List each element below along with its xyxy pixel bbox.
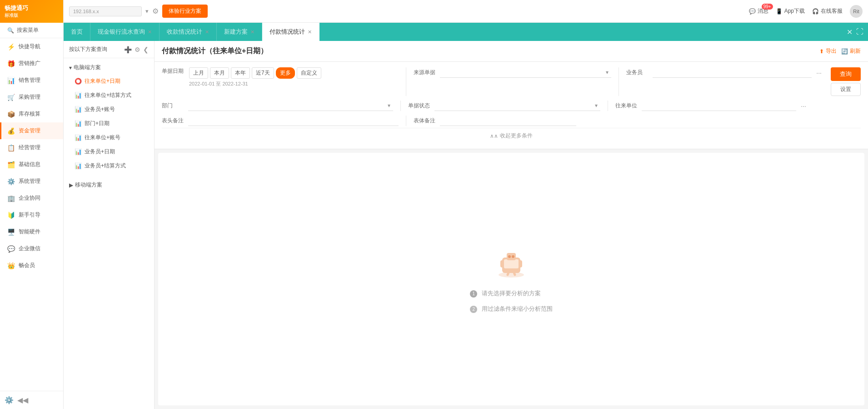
online-service-button[interactable]: 🎧 在线客服	[812, 7, 843, 15]
counterpart-label: 往来单位	[615, 102, 639, 110]
collapse-label: 收起更多条件	[500, 132, 533, 140]
body-note-input[interactable]	[440, 116, 576, 126]
last-7-days-btn[interactable]: 近7天	[252, 67, 274, 79]
sidebar-item-marketing[interactable]: 🎁 营销推广	[0, 55, 63, 72]
svg-rect-3	[500, 260, 504, 268]
plan-item-dept-date[interactable]: 📊 部门+日期	[64, 116, 154, 131]
search-menu[interactable]: 🔍 搜索菜单	[0, 23, 63, 38]
sales-icon: 📊	[7, 77, 15, 84]
message-button[interactable]: 💬 消息 99+	[749, 7, 768, 15]
header-note-input[interactable]	[188, 116, 399, 126]
header-note-label: 表头备注	[162, 117, 185, 125]
topbar-left: 192.168.x.x ▾ ⚙ 体验行业方案	[69, 5, 745, 18]
salesman-ellipsis-icon[interactable]: ···	[814, 68, 823, 77]
custom-date-btn[interactable]: 自定义	[297, 67, 321, 79]
topbar-gear-icon[interactable]: ⚙	[152, 7, 159, 15]
tab-payment[interactable]: 付款情况统计 ✕	[262, 23, 319, 41]
sidebar-item-basic[interactable]: 🗂️ 基础信息	[0, 156, 63, 173]
sidebar-item-finance[interactable]: 💰 资金管理	[0, 122, 63, 139]
sidebar-item-system[interactable]: ⚙️ 系统管理	[0, 173, 63, 190]
finance-icon: 💰	[7, 127, 15, 135]
plan-item-salesman-account[interactable]: 📊 业务员+账号	[64, 102, 154, 116]
pc-section-title[interactable]: ▾ 电脑端方案	[64, 61, 154, 74]
address-arrow-icon[interactable]: ▾	[145, 8, 149, 15]
sidebar-logo: 畅捷通巧 标准版	[0, 0, 63, 23]
plan-item-counterpart-settle[interactable]: 📊 往来单位+结算方式	[64, 88, 154, 102]
counterpart-ellipsis-icon[interactable]: ···	[799, 101, 808, 111]
marketing-icon: 🎁	[7, 60, 15, 67]
content-area: 按以下方案查询 ➕ ⚙ ❮ ▾ 电脑端方案 ⭕ 往来单位+日期 📊 往来单位+结…	[64, 41, 868, 409]
sidebar-item-label: 经营管理	[19, 144, 40, 151]
sidebar-item-company[interactable]: 🏢 企业协同	[0, 190, 63, 207]
plan-item-label: 业务员+日期	[85, 148, 115, 156]
trial-button[interactable]: 体验行业方案	[162, 5, 208, 18]
sidebar-nav: ⚡ 快捷导航 🎁 营销推广 📊 销售管理 🛒 采购管理 📦 库存核算 💰 资金管…	[0, 38, 63, 391]
pc-arrow-icon: ▾	[69, 65, 72, 71]
query-button[interactable]: 查询	[831, 67, 861, 81]
tab-new-plan-close-icon[interactable]: ✕	[250, 29, 254, 35]
settings-plan-icon[interactable]: ⚙	[135, 46, 140, 53]
sidebar-item-sales[interactable]: 📊 销售管理	[0, 72, 63, 89]
sidebar-item-inventory[interactable]: 📦 库存核算	[0, 106, 63, 122]
tip2-num: 2	[470, 306, 477, 313]
more-dates-btn[interactable]: 更多	[276, 67, 295, 79]
sidebar-item-label: 系统管理	[19, 177, 40, 185]
dept-date-icon: 📊	[75, 120, 82, 127]
plan-item-counterpart-date[interactable]: ⭕ 往来单位+日期	[64, 74, 154, 88]
salesman-input[interactable]	[653, 67, 812, 78]
maximize-icon[interactable]: ⛶	[856, 28, 863, 36]
tab-payment-label: 付款情况统计	[269, 28, 305, 36]
source-select[interactable]: ▾	[440, 67, 611, 78]
plan-item-salesman-settle[interactable]: 📊 业务员+结算方式	[64, 159, 154, 173]
app-icon: 📱	[776, 8, 783, 15]
app-download-button[interactable]: 📱 App下载	[776, 7, 805, 15]
panel-title: 按以下方案查询	[69, 45, 121, 53]
sidebar-item-guide[interactable]: 🔰 新手引导	[0, 207, 63, 223]
sidebar-item-member[interactable]: 👑 畅会员	[0, 257, 63, 274]
tab-home[interactable]: 首页	[64, 23, 90, 41]
address-bar[interactable]: 192.168.x.x	[69, 6, 142, 16]
guide-icon: 🔰	[7, 212, 15, 219]
sidebar-item-quick-nav[interactable]: ⚡ 快捷导航	[0, 38, 63, 55]
sidebar-item-label: 库存核算	[19, 110, 40, 118]
user-avatar[interactable]: Rit	[850, 5, 863, 18]
tab-new-plan[interactable]: 新建方案 ✕	[217, 23, 262, 41]
add-plan-icon[interactable]: ➕	[124, 46, 132, 53]
doc-status-select[interactable]: ▾	[434, 101, 601, 111]
empty-svg	[493, 244, 529, 280]
search-label: 搜索菜单	[17, 26, 39, 34]
tab-receipt[interactable]: 收款情况统计 ✕	[160, 23, 217, 41]
settings-bottom-icon[interactable]: ⚙️	[5, 396, 14, 404]
collapse-arrow-icon: ∧∧	[490, 133, 498, 139]
this-month-btn[interactable]: 本月	[210, 67, 229, 79]
sidebar-item-hardware[interactable]: 🖥️ 智能硬件	[0, 223, 63, 240]
collapse-panel-icon[interactable]: ❮	[143, 46, 149, 53]
plan-item-salesman-date[interactable]: 📊 业务员+日期	[64, 145, 154, 159]
close-all-icon[interactable]: ✕	[847, 28, 853, 36]
tab-bank[interactable]: 现金银行流水查询 ✕	[90, 23, 160, 41]
date-range-text: 2022-01-01 至 2022-12-31	[189, 81, 321, 87]
sidebar-item-business[interactable]: 📋 经营管理	[0, 139, 63, 156]
setting-button[interactable]: 设置	[831, 83, 861, 96]
left-panel: 按以下方案查询 ➕ ⚙ ❮ ▾ 电脑端方案 ⭕ 往来单位+日期 📊 往来单位+结…	[64, 41, 155, 409]
collapse-filter-button[interactable]: ∧∧ 收起更多条件	[162, 128, 861, 143]
page-header: 付款情况统计（往来单位+日期） ⬆ 导出 🔄 刷新	[155, 41, 868, 62]
plan-item-label: 部门+日期	[85, 120, 110, 127]
plan-item-counterpart-account[interactable]: 📊 往来单位+账号	[64, 131, 154, 145]
refresh-button[interactable]: 🔄 刷新	[841, 47, 861, 55]
collapse-sidebar-icon[interactable]: ◀◀	[17, 396, 28, 404]
tip2-text: 用过滤条件来缩小分析范围	[482, 305, 553, 312]
export-button[interactable]: ⬆ 导出	[819, 47, 837, 55]
sidebar-item-purchase[interactable]: 🛒 采购管理	[0, 89, 63, 106]
tab-bank-close-icon[interactable]: ✕	[148, 29, 152, 35]
tab-payment-close-icon[interactable]: ✕	[308, 29, 312, 35]
export-label: 导出	[826, 47, 837, 55]
sidebar-item-wechat[interactable]: 💬 企业微信	[0, 240, 63, 257]
dept-select[interactable]: ▾	[188, 101, 393, 111]
counterpart-input[interactable]	[642, 101, 796, 111]
this-year-btn[interactable]: 本年	[231, 67, 250, 79]
tab-receipt-close-icon[interactable]: ✕	[205, 29, 209, 35]
mobile-plan-section: ▶ 移动端方案	[64, 176, 154, 194]
mobile-section-title[interactable]: ▶ 移动端方案	[64, 178, 154, 192]
last-month-btn[interactable]: 上月	[189, 67, 208, 79]
